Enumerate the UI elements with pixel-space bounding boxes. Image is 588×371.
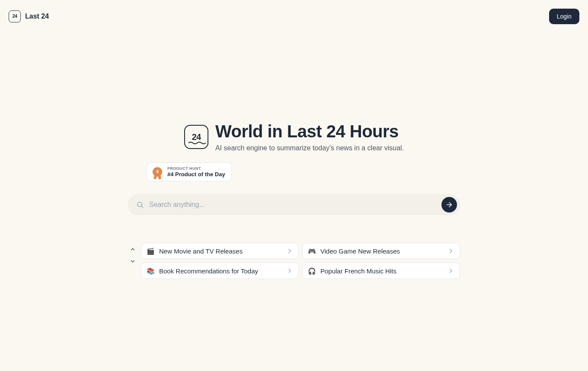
chevron-down-icon <box>130 258 136 264</box>
header: 24 Last 24 Login <box>0 0 588 24</box>
pager-down-button[interactable] <box>129 257 137 265</box>
hero: 24 World in Last 24 Hours AI search engi… <box>0 122 588 279</box>
search-input[interactable] <box>148 200 437 209</box>
suggestion-card-left: 🎧 Popular French Music Hits <box>308 267 396 275</box>
pager-up-button[interactable] <box>129 245 137 253</box>
search-icon <box>136 201 144 209</box>
product-hunt-wrap: 4 PRODUCT HUNT #4 Product of the Day <box>146 162 362 181</box>
suggestion-card-games[interactable]: 🎮 Video Game New Releases <box>302 243 460 259</box>
product-hunt-line: #4 Product of the Day <box>167 171 225 178</box>
suggestion-label: Video Game New Releases <box>320 247 400 255</box>
chevron-right-icon <box>286 267 293 274</box>
hero-logo-text: 24 <box>192 133 201 141</box>
suggestion-card-left: 🎮 Video Game New Releases <box>308 247 400 255</box>
suggestion-label: Popular French Music Hits <box>320 267 396 275</box>
search-wrap <box>128 194 460 215</box>
suggestion-label: New Movie and TV Releases <box>159 247 243 255</box>
product-hunt-kicker: PRODUCT HUNT <box>167 166 225 171</box>
chevron-right-icon <box>286 247 293 254</box>
suggestion-card-movies[interactable]: 🎬 New Movie and TV Releases <box>141 243 299 259</box>
suggestion-card-left: 🎬 New Movie and TV Releases <box>147 247 243 255</box>
arrow-right-icon <box>445 201 453 209</box>
product-hunt-badge[interactable]: 4 PRODUCT HUNT #4 Product of the Day <box>146 162 232 181</box>
product-hunt-text: PRODUCT HUNT #4 Product of the Day <box>167 166 225 178</box>
svg-point-0 <box>137 202 142 207</box>
chevron-right-icon <box>447 247 454 254</box>
brand-logo-text: 24 <box>12 13 17 19</box>
brand-logo-icon: 24 <box>9 10 21 22</box>
hero-logo-icon: 24 <box>184 125 208 149</box>
headphones-icon: 🎧 <box>308 268 316 274</box>
suggestion-cards: 🎬 New Movie and TV Releases 🎮 Video Game… <box>141 243 460 279</box>
chevron-up-icon <box>130 246 136 252</box>
brand[interactable]: 24 Last 24 <box>9 10 49 22</box>
hero-row: 24 World in Last 24 Hours AI search engi… <box>184 122 404 152</box>
page-title: World in Last 24 Hours <box>215 122 404 141</box>
suggestions-area: 🎬 New Movie and TV Releases 🎮 Video Game… <box>128 243 460 279</box>
suggestion-card-left: 📚 Book Recommendations for Today <box>147 267 258 275</box>
search-bar <box>128 194 460 215</box>
brand-name: Last 24 <box>25 13 49 20</box>
search-submit-button[interactable] <box>441 197 457 212</box>
page-subtitle: AI search engine to summarize today's ne… <box>215 144 404 152</box>
chevron-right-icon <box>447 267 454 274</box>
gamepad-icon: 🎮 <box>308 248 316 254</box>
suggestions-pager <box>129 245 137 265</box>
suggestion-card-books[interactable]: 📚 Book Recommendations for Today <box>141 263 299 279</box>
books-icon: 📚 <box>147 268 155 274</box>
medal-icon: 4 <box>153 167 162 177</box>
hero-text: World in Last 24 Hours AI search engine … <box>215 122 404 152</box>
svg-line-1 <box>141 206 143 208</box>
medal-number: 4 <box>156 170 159 174</box>
suggestion-label: Book Recommendations for Today <box>159 267 258 275</box>
clapper-icon: 🎬 <box>147 248 155 254</box>
login-button[interactable]: Login <box>549 9 579 24</box>
wave-icon <box>189 141 206 145</box>
suggestion-card-music[interactable]: 🎧 Popular French Music Hits <box>302 263 460 279</box>
